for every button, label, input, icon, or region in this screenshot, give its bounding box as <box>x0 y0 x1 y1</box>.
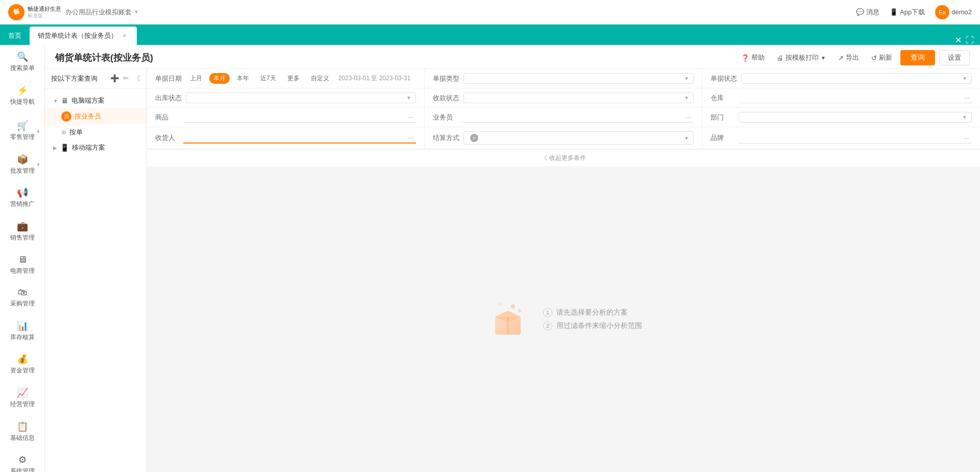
user-menu[interactable]: Ea demo2 <box>935 5 972 19</box>
collapse-button[interactable]: 《 收起更多条件 <box>147 149 980 167</box>
tab-home[interactable]: 首页 <box>0 27 30 45</box>
sidebar-item-inventory[interactable]: 📊 库存核算 <box>0 314 44 348</box>
filter-receipt-status: 收款状态 ▼ <box>425 88 702 107</box>
tree-item-by-doc[interactable]: ⊕ 按单 <box>45 125 146 140</box>
doc-status-label: 单据状态 <box>710 74 741 83</box>
date-btn-more[interactable]: 更多 <box>283 73 304 84</box>
out-status-select[interactable]: ▼ <box>186 92 416 103</box>
consignee-dots-icon[interactable]: ··· <box>408 133 414 141</box>
top-header: 畅 畅捷通好生意 标准版 办公用品行业模拟账套 ▼ 💬 消息 📱 App下载 E… <box>0 0 980 25</box>
svg-point-4 <box>499 302 502 305</box>
warehouse-input[interactable]: ··· <box>739 92 972 103</box>
salesperson-dots-icon[interactable]: ··· <box>685 113 692 121</box>
basic-icon: 📋 <box>17 421 28 432</box>
app-download-button[interactable]: 📱 App下载 <box>890 8 925 17</box>
panel-edit-icon[interactable]: ✏ <box>123 74 129 83</box>
ecommerce-icon: 🖥 <box>18 254 27 265</box>
main-layout: 🔍 搜索菜单 ⚡ 快捷导航 🛒 零售管理 📦 批发管理 📢 营销推广 💼 销售管… <box>0 45 980 472</box>
page-actions: ❓ 帮助 🖨 按模板打印 ▼ ↗ 导出 ↺ 刷新 查询 设置 <box>737 50 970 65</box>
brand-input[interactable]: ··· <box>739 133 972 144</box>
goods-input[interactable]: ··· <box>183 112 416 123</box>
sidebar-item-system[interactable]: ⚙ 系统管理 <box>0 448 44 472</box>
filter-department: 部门 ▼ <box>702 108 980 127</box>
tab-close-icon[interactable]: × <box>120 32 129 40</box>
sidebar-item-basic[interactable]: 📋 基础信息 <box>0 415 44 449</box>
sidebar-item-search[interactable]: 🔍 搜索菜单 <box>0 45 44 79</box>
page-title: 销货单统计表(按业务员) <box>55 52 153 64</box>
tab-close-window-icon[interactable]: ✕ <box>955 35 962 45</box>
by-doc-icon: ⊕ <box>61 129 66 136</box>
warehouse-dots-icon[interactable]: ··· <box>964 93 970 102</box>
date-range: 2023-03-01 至 2023-03-31 <box>338 74 410 83</box>
salesperson-input[interactable]: ··· <box>461 112 694 123</box>
date-selector: 上月 本月 本年 近7天 更多 自定义 2023-03-01 至 2023-03… <box>186 73 410 84</box>
tree-mobile-section[interactable]: ▶ 📱 移动端方案 <box>45 140 146 155</box>
tab-expand-icon[interactable]: ⛶ <box>966 36 974 45</box>
receipt-status-select[interactable]: ▼ <box>463 92 694 103</box>
doc-type-select[interactable]: ▼ <box>463 73 694 84</box>
export-button[interactable]: ↗ 导出 <box>834 51 863 64</box>
panel-collapse-icon[interactable]: 《 <box>133 74 140 83</box>
sidebar-item-business[interactable]: 📈 经营管理 <box>0 381 44 415</box>
tree-item-salesperson[interactable]: 员 按业务员 <box>45 108 146 125</box>
marketing-icon: 📢 <box>17 187 28 198</box>
header-left: 畅 畅捷通好生意 标准版 办公用品行业模拟账套 ▼ <box>8 4 139 20</box>
empty-steps: 1 请先选择要分析的方案 2 用过滤条件来缩小分析范围 <box>543 308 642 331</box>
query-button[interactable]: 查询 <box>900 50 935 65</box>
brand-dots-icon[interactable]: ··· <box>964 134 970 142</box>
date-btn-7days[interactable]: 近7天 <box>256 73 280 84</box>
department-select[interactable]: ▼ <box>739 112 972 123</box>
consignee-label: 收货人 <box>155 133 183 143</box>
payment-chevron-icon: ▼ <box>684 135 689 141</box>
doc-status-select[interactable]: ▼ <box>741 73 972 84</box>
empty-state: 1 请先选择要分析的方案 2 用过滤条件来缩小分析范围 <box>147 167 980 472</box>
inventory-icon: 📊 <box>17 320 28 332</box>
refresh-button[interactable]: ↺ 刷新 <box>867 51 896 64</box>
goods-dots-icon[interactable]: ··· <box>408 113 414 121</box>
filter-salesperson: 业务员 ··· <box>425 108 702 127</box>
date-btn-custom[interactable]: 自定义 <box>307 73 333 84</box>
sidebar-item-wholesale[interactable]: 📦 批发管理 <box>0 148 44 181</box>
wholesale-icon: 📦 <box>17 154 28 165</box>
logo-area: 畅 畅捷通好生意 标准版 <box>8 4 61 20</box>
filter-payment: 结算方式 × ▼ <box>425 127 702 149</box>
empty-illustration-icon <box>485 296 531 342</box>
panel-add-icon[interactable]: ➕ <box>110 74 119 83</box>
settings-button[interactable]: 设置 <box>939 50 970 65</box>
svg-point-3 <box>511 304 515 309</box>
filter-section: 单据日期 上月 本月 本年 近7天 更多 自定义 2023-03-01 至 20… <box>147 69 980 167</box>
payment-select[interactable]: × ▼ <box>463 131 694 145</box>
department-chevron-icon: ▼ <box>962 114 967 120</box>
breadcrumb[interactable]: 办公用品行业模拟账套 ▼ <box>65 8 139 17</box>
department-label: 部门 <box>710 113 739 122</box>
sidebar-item-finance[interactable]: 💰 资金管理 <box>0 347 44 381</box>
sidebar-item-purchase[interactable]: 🛍 采购管理 <box>0 281 44 314</box>
sidebar-item-quick-nav[interactable]: ⚡ 快捷导航 <box>0 79 44 112</box>
page-header: 销货单统计表(按业务员) ❓ 帮助 🖨 按模板打印 ▼ ↗ 导出 ↺ 刷新 <box>45 45 980 69</box>
receipt-status-label: 收款状态 <box>433 93 463 103</box>
print-button[interactable]: 🖨 按模板打印 ▼ <box>773 51 830 64</box>
receipt-status-chevron-icon: ▼ <box>684 95 689 101</box>
mobile-icon: 📱 <box>60 144 69 152</box>
warehouse-label: 仓库 <box>710 93 739 103</box>
out-status-label: 出库状态 <box>155 93 186 103</box>
date-btn-this-month[interactable]: 本月 <box>209 73 230 84</box>
salesperson-label: 业务员 <box>433 113 461 122</box>
sidebar-item-sales[interactable]: 💼 销售管理 <box>0 215 44 248</box>
date-btn-this-year[interactable]: 本年 <box>233 73 253 84</box>
sales-icon: 💼 <box>17 221 28 232</box>
sidebar-item-retail[interactable]: 🛒 零售管理 <box>0 114 44 148</box>
message-button[interactable]: 💬 消息 <box>856 8 879 17</box>
panel-icons: ➕ ✏ 《 <box>110 74 140 83</box>
print-icon: 🖨 <box>777 54 783 62</box>
sidebar-item-marketing[interactable]: 📢 营销推广 <box>0 181 44 215</box>
help-button[interactable]: ❓ 帮助 <box>737 51 769 64</box>
goods-label: 商品 <box>155 113 183 122</box>
consignee-input[interactable]: ··· <box>183 132 416 144</box>
tree-pc-section[interactable]: ▼ 🖥 电脑端方案 <box>45 93 146 108</box>
sidebar-item-ecommerce[interactable]: 🖥 电商管理 <box>0 248 44 281</box>
tree-section: ▼ 🖥 电脑端方案 员 按业务员 ⊕ 按单 <box>45 89 146 159</box>
tab-sales-stat[interactable]: 销货单统计表（按业务员） × <box>30 27 137 45</box>
date-btn-last-month[interactable]: 上月 <box>186 73 206 84</box>
payment-clear-icon[interactable]: × <box>470 134 478 142</box>
